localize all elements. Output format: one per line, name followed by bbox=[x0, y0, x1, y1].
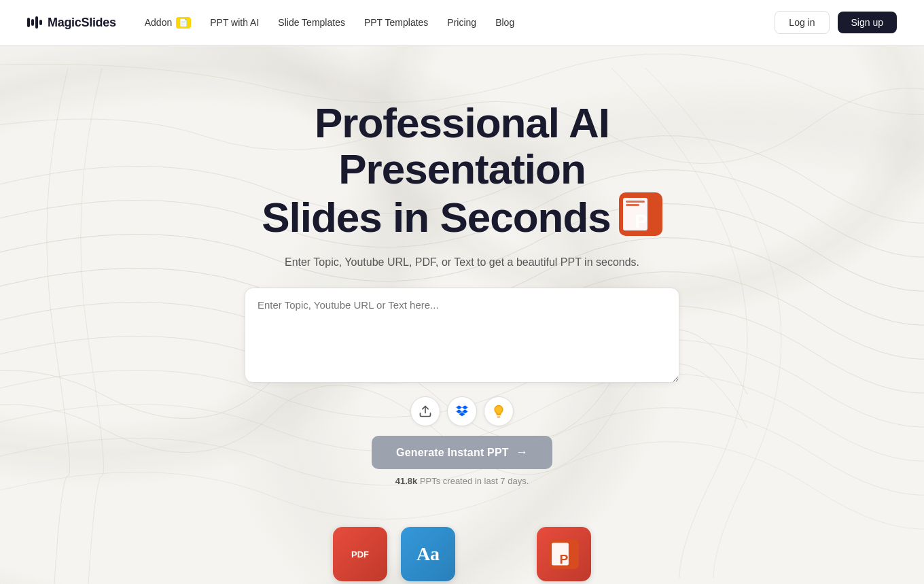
hero-title: Professional AI Presentation Slides in S… bbox=[207, 100, 717, 243]
nav-item-addon[interactable]: Addon 📄 bbox=[137, 13, 199, 33]
topic-input[interactable] bbox=[245, 288, 679, 383]
svg-text:P: P bbox=[635, 211, 647, 232]
nav-item-pricing-label: Pricing bbox=[447, 17, 476, 28]
hero-title-line2: Slides in Seconds P bbox=[207, 192, 717, 243]
dropbox-icon bbox=[455, 404, 469, 419]
logo[interactable]: MagicSlides bbox=[27, 16, 116, 30]
hero-title-seconds: Slides in Seconds bbox=[262, 194, 611, 241]
navbar: MagicSlides Addon 📄 PPT with AI Slide Te… bbox=[0, 0, 924, 46]
hero-title-line1: Professional AI Presentation bbox=[207, 100, 717, 192]
powerpoint-emoji: P bbox=[619, 192, 662, 243]
navbar-right: Log in Sign up bbox=[775, 11, 897, 34]
feature-pdf-icon: PDF bbox=[333, 527, 387, 581]
suggestion-button[interactable] bbox=[484, 396, 514, 426]
nav-item-slide-templates-label: Slide Templates bbox=[278, 17, 345, 28]
logo-icon bbox=[27, 16, 42, 29]
stats-number: 41.8k bbox=[395, 476, 418, 486]
svg-text:P: P bbox=[560, 552, 569, 566]
nav-item-slide-templates[interactable]: Slide Templates bbox=[270, 13, 353, 32]
stats-text: 41.8k PPTs created in last 7 days. bbox=[395, 476, 529, 486]
generate-button[interactable]: Generate Instant PPT → bbox=[372, 436, 552, 469]
hero-subtitle: Enter Topic, Youtube URL, PDF, or Text t… bbox=[285, 256, 639, 269]
icon-buttons-row bbox=[410, 396, 514, 426]
upload-button[interactable] bbox=[410, 396, 440, 426]
login-button[interactable]: Log in bbox=[775, 11, 829, 34]
nav-item-ppt-with-ai-label: PPT with AI bbox=[210, 17, 259, 28]
feature-ppt-icon: P bbox=[537, 527, 591, 581]
logo-text: MagicSlides bbox=[48, 16, 116, 30]
nav-item-addon-label: Addon bbox=[145, 17, 172, 28]
stats-label: PPTs created in last 7 days. bbox=[420, 476, 529, 486]
input-container bbox=[245, 288, 679, 385]
addon-badge-icon: 📄 bbox=[176, 17, 191, 29]
nav-item-ppt-templates-label: PPT Templates bbox=[364, 17, 428, 28]
nav-item-blog[interactable]: Blog bbox=[487, 13, 522, 32]
lightbulb-icon bbox=[492, 405, 505, 418]
svg-rect-3 bbox=[626, 204, 639, 206]
nav-links: Addon 📄 PPT with AI Slide Templates PPT … bbox=[137, 13, 522, 33]
arrow-right-icon: → bbox=[516, 445, 528, 460]
dropbox-button[interactable] bbox=[447, 396, 477, 426]
feature-text-icon: Aa bbox=[401, 527, 455, 581]
nav-item-ppt-with-ai[interactable]: PPT with AI bbox=[202, 13, 267, 32]
nav-item-ppt-templates[interactable]: PPT Templates bbox=[356, 13, 436, 32]
features-row: PDF Aa P bbox=[333, 527, 591, 584]
generate-button-label: Generate Instant PPT bbox=[396, 447, 509, 459]
upload-icon bbox=[419, 405, 432, 418]
nav-item-pricing[interactable]: Pricing bbox=[439, 13, 484, 32]
signup-button[interactable]: Sign up bbox=[838, 12, 897, 33]
navbar-left: MagicSlides Addon 📄 PPT with AI Slide Te… bbox=[27, 13, 522, 33]
main-content: Professional AI Presentation Slides in S… bbox=[0, 46, 924, 584]
svg-rect-2 bbox=[626, 201, 645, 203]
nav-item-blog-label: Blog bbox=[495, 17, 514, 28]
